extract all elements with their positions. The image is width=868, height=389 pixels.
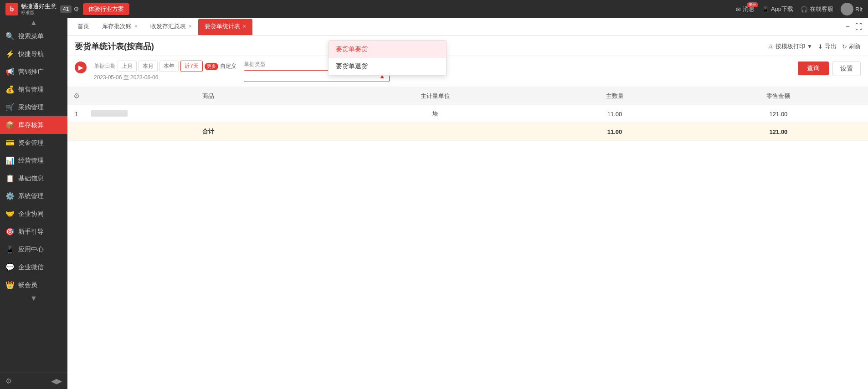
- btn-this-year[interactable]: 本年: [159, 61, 179, 72]
- online-service-btn[interactable]: 🎧 在线客服: [801, 5, 833, 13]
- tab-inventory-batch[interactable]: 库存批次账 ×: [96, 19, 144, 35]
- sidebar-item-app-center[interactable]: 📱 应用中心: [0, 241, 67, 258]
- refresh-btn[interactable]: ↻ 刷新: [842, 42, 861, 51]
- messages-btn[interactable]: ✉ 消息 99+: [736, 5, 755, 13]
- sidebar-scroll-up[interactable]: ▲: [0, 18, 67, 27]
- footer-amount: 121.00: [689, 123, 868, 141]
- sidebar-item-enterprise[interactable]: 🤝 企业协同: [0, 205, 67, 223]
- sidebar-item-enterprise-wechat[interactable]: 💬 企业微信: [0, 258, 67, 276]
- app-logo: b 畅捷通好生意 标准版: [5, 3, 56, 15]
- filter-expand-btn[interactable]: ▶: [75, 61, 87, 73]
- sidebar-label-quick-nav: 快捷导航: [18, 50, 44, 58]
- refresh-icon: ↻: [842, 43, 847, 50]
- table-settings-icon[interactable]: ⚙: [73, 92, 80, 100]
- guide-icon: 🎯: [5, 227, 15, 236]
- sidebar-label-inventory: 库存核算: [18, 121, 44, 129]
- sidebar-item-sales[interactable]: 💰 销售管理: [0, 81, 67, 98]
- print-icon: 🖨: [768, 43, 774, 50]
- sidebar: ▲ 🔍 搜索菜单 ⚡ 快捷导航 📢 营销推广 💰 销售管理 🛒 采购管理 📦 库…: [0, 18, 67, 389]
- top-bar: b 畅捷通好生意 标准版 41 ⚙ 体验行业方案 ✉ 消息 99+ 📱 App下…: [0, 0, 868, 18]
- top-bar-left: b 畅捷通好生意 标准版 41 ⚙ 体验行业方案: [5, 3, 129, 15]
- tab-close-order-stats[interactable]: ×: [243, 23, 246, 30]
- headset-icon: 🎧: [801, 6, 808, 13]
- tab-home[interactable]: 首页: [71, 19, 96, 35]
- sidebar-label-search: 搜索菜单: [18, 32, 44, 41]
- page-content: 要货单统计表(按商品) 🖨 按模板打印 ▼ ⬇ 导出 ↻: [67, 36, 868, 389]
- sidebar-scroll-down[interactable]: ▼: [0, 294, 67, 303]
- sidebar-item-marketing[interactable]: 📢 营销推广: [0, 63, 67, 81]
- filter-bar: ▶ 单据日期 上月 本月 本年 近7天 更多 自定义 2023-05-06 至 …: [67, 56, 868, 87]
- marketing-icon: 📢: [5, 67, 15, 76]
- sidebar-label-member: 畅会员: [18, 281, 37, 289]
- sidebar-bottom: ⚙ ◀▶: [0, 373, 67, 389]
- sidebar-settings-icon[interactable]: ⚙: [5, 377, 12, 385]
- sidebar-item-member[interactable]: 👑 畅会员: [0, 276, 67, 294]
- tab-nav-actions: − ⛶: [844, 22, 864, 32]
- print-btn[interactable]: 🖨 按模板打印 ▼: [768, 42, 812, 51]
- sidebar-label-sales: 销售管理: [18, 86, 44, 94]
- sidebar-item-quick-nav[interactable]: ⚡ 快捷导航: [0, 45, 67, 63]
- inventory-icon: 📦: [5, 121, 15, 129]
- date-more-badge[interactable]: 更多: [205, 63, 218, 70]
- sidebar-collapse-icon[interactable]: ◀▶: [51, 377, 62, 385]
- sidebar-label-finance: 资金管理: [18, 139, 44, 147]
- btn-this-month[interactable]: 本月: [139, 61, 158, 72]
- top-tab-bar: 41 ⚙: [60, 5, 79, 13]
- footer-label: 合计: [86, 123, 331, 141]
- industry-btn[interactable]: 体验行业方案: [83, 3, 129, 15]
- tab-expand-icon[interactable]: ⛶: [853, 22, 864, 32]
- th-settings[interactable]: ⚙: [67, 87, 86, 105]
- dropdown-item-order-goods[interactable]: 要货单要货: [329, 41, 446, 58]
- sidebar-item-search[interactable]: 🔍 搜索菜单: [0, 27, 67, 45]
- sidebar-item-system[interactable]: ⚙️ 系统管理: [0, 187, 67, 205]
- sidebar-label-operations: 经营管理: [18, 157, 44, 165]
- phone-icon: 📱: [762, 6, 769, 13]
- tab-order-stats[interactable]: 要货单统计表 ×: [198, 19, 252, 35]
- tab-close-receive-summary[interactable]: ×: [189, 23, 192, 30]
- sidebar-item-purchase[interactable]: 🛒 采购管理: [0, 98, 67, 116]
- tab-close-inventory-batch[interactable]: ×: [134, 23, 138, 30]
- logo-icon: b: [5, 3, 18, 15]
- export-btn[interactable]: ⬇ 导出: [818, 42, 837, 51]
- base-info-icon: 📋: [5, 174, 15, 183]
- app-download-btn[interactable]: 📱 App下载: [762, 5, 793, 13]
- footer-quantity: 11.00: [540, 123, 689, 141]
- dropdown-item-order-return[interactable]: 要货单退货: [329, 58, 446, 75]
- table-body: 1 块 11.00 121.00: [67, 105, 868, 123]
- cell-product: [86, 105, 331, 123]
- type-dropdown: 要货单要货 要货单退货: [328, 40, 447, 76]
- table-container: ⚙ 商品 主计量单位 主数量 零售金额 1: [67, 87, 868, 141]
- user-name: Rit: [855, 6, 863, 13]
- sidebar-label-enterprise-wechat: 企业微信: [18, 263, 44, 271]
- page-actions: 🖨 按模板打印 ▼ ⬇ 导出 ↻ 刷新: [768, 42, 861, 51]
- message-icon: ✉: [736, 6, 741, 13]
- sidebar-label-purchase: 采购管理: [18, 103, 44, 112]
- filter-date-group: 单据日期 上月 本月 本年 近7天 更多 自定义 2023-05-06 至 20…: [94, 61, 236, 82]
- settings-icon[interactable]: ⚙: [73, 5, 79, 13]
- main-layout: ▲ 🔍 搜索菜单 ⚡ 快捷导航 📢 营销推广 💰 销售管理 🛒 采购管理 📦 库…: [0, 18, 868, 389]
- setting-btn[interactable]: 设置: [832, 61, 861, 76]
- enterprise-icon: 🤝: [5, 210, 15, 218]
- sidebar-item-operations[interactable]: 📊 经营管理: [0, 152, 67, 169]
- tab-collapse-icon[interactable]: −: [844, 22, 852, 32]
- btn-custom-date[interactable]: 自定义: [220, 62, 236, 70]
- top-bar-right: ✉ 消息 99+ 📱 App下载 🎧 在线客服 Rit: [736, 3, 863, 15]
- export-icon: ⬇: [818, 43, 823, 50]
- sidebar-item-inventory[interactable]: 📦 库存核算: [0, 116, 67, 134]
- btn-last-7-days[interactable]: 近7天: [180, 61, 203, 72]
- th-amount: 零售金额: [689, 87, 868, 105]
- btn-last-month[interactable]: 上月: [118, 61, 137, 72]
- tab-nav: 首页 库存批次账 × 收发存汇总表 × 要货单统计表 × − ⛶: [67, 18, 868, 36]
- query-btn[interactable]: 查询: [798, 61, 829, 75]
- quick-nav-icon: ⚡: [5, 50, 15, 58]
- sidebar-item-base-info[interactable]: 📋 基础信息: [0, 169, 67, 187]
- sidebar-item-guide[interactable]: 🎯 新手引导: [0, 223, 67, 241]
- sidebar-item-finance[interactable]: 💳 资金管理: [0, 134, 67, 152]
- system-icon: ⚙️: [5, 192, 15, 200]
- operations-icon: 📊: [5, 156, 15, 165]
- tab-receive-summary[interactable]: 收发存汇总表 ×: [144, 19, 198, 35]
- user-avatar-area[interactable]: Rit: [841, 3, 863, 15]
- sidebar-label-enterprise: 企业协同: [18, 210, 44, 218]
- logo-text: 畅捷通好生意 标准版: [21, 3, 56, 15]
- data-table: ⚙ 商品 主计量单位 主数量 零售金额 1: [67, 87, 868, 141]
